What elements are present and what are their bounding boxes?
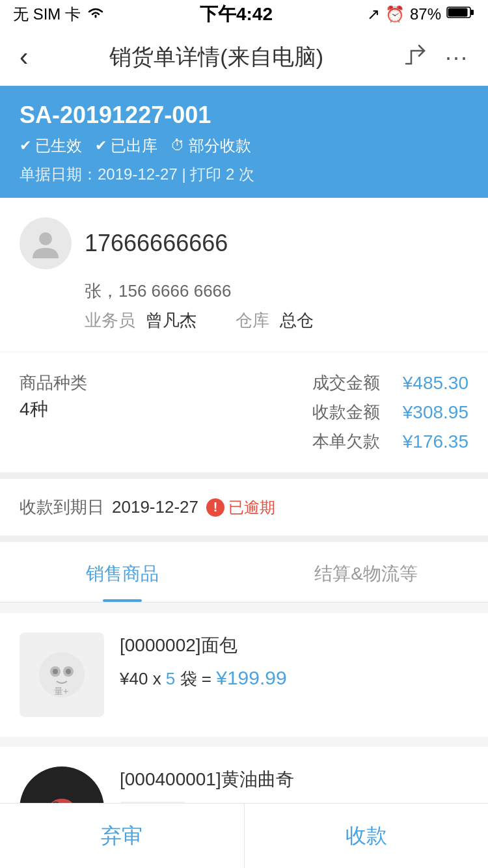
sales-info: 业务员 曾凡杰: [85, 309, 197, 332]
debt-amount-row: 本单欠款 ¥176.35: [312, 430, 468, 453]
due-section: 收款到期日 2019-12-27 ! 已逾期: [0, 479, 488, 542]
page-title: 销货单详情(来自电脑): [109, 42, 323, 72]
customer-row: 17666666666: [20, 217, 468, 269]
bottom-bar: 弃审 收款: [0, 803, 488, 868]
stats-section: 商品种类 4种 成交金额 ¥485.30 收款金额 ¥308.95 本单欠款 ¥…: [0, 352, 488, 479]
sales-label: 业务员: [85, 309, 135, 332]
svg-text:量+: 量+: [54, 686, 68, 696]
debt-amount-value: ¥176.35: [390, 431, 468, 452]
sim-status: 无 SIM 卡: [13, 4, 81, 25]
badge-effective: ✔ 已生效: [20, 135, 82, 156]
svg-rect-1: [470, 10, 474, 15]
due-date: 2019-12-27: [112, 497, 198, 517]
back-button[interactable]: ‹: [20, 42, 28, 72]
overdue-text: 已逾期: [228, 497, 275, 518]
product-info-1: [0000002]面包 ¥40 x 5 袋 = ¥199.99: [120, 632, 468, 690]
receipt-amount-row: 收款金额 ¥308.95: [312, 401, 468, 424]
receipt-amount-value: ¥308.95: [390, 402, 468, 423]
collect-button[interactable]: 收款: [245, 804, 489, 868]
product-price-1: ¥40 x 5 袋 = ¥199.99: [120, 667, 468, 690]
order-id: SA-20191227-001: [20, 102, 468, 129]
stats-right: 成交金额 ¥485.30 收款金额 ¥308.95 本单欠款 ¥176.35: [312, 372, 468, 453]
deal-amount-row: 成交金额 ¥485.30: [312, 372, 468, 394]
product-item-1: 量+ [0000002]面包 ¥40 x 5 袋 = ¥199.99: [0, 613, 488, 737]
badge-partial-payment: ⏱ 部分收款: [170, 135, 251, 156]
clock-icon: ⏱: [170, 137, 185, 154]
tab-settlement[interactable]: 结算&物流等: [244, 542, 488, 602]
svg-rect-2: [448, 8, 467, 17]
product-qty-1: 5: [166, 669, 175, 688]
badge-shipped: ✔ 已出库: [95, 135, 157, 156]
product-type-value: 4种: [20, 397, 87, 422]
svg-point-3: [39, 232, 52, 245]
stats-left: 商品种类 4种: [20, 372, 87, 422]
status-left: 无 SIM 卡: [13, 4, 105, 25]
warehouse-name: 总仓: [280, 309, 314, 332]
debt-amount-label: 本单欠款: [312, 430, 380, 453]
location-icon: ↗: [367, 5, 380, 23]
avatar: [20, 217, 72, 269]
tabs-section: 销售商品 结算&物流等: [0, 542, 488, 603]
customer-meta: 业务员 曾凡杰 仓库 总仓: [20, 309, 468, 332]
warehouse-info: 仓库 总仓: [236, 309, 314, 332]
order-badges: ✔ 已生效 ✔ 已出库 ⏱ 部分收款: [20, 135, 468, 156]
order-date: 单据日期：2019-12-27 | 打印 2 次: [20, 164, 468, 185]
nav-bar: ‹ 销货单详情(来自电脑) ···: [0, 29, 488, 86]
check-icon-2: ✔: [95, 137, 107, 154]
nav-right: ···: [405, 44, 468, 71]
more-icon[interactable]: ···: [445, 44, 468, 71]
warehouse-label: 仓库: [236, 309, 269, 332]
customer-phone: 17666666666: [85, 230, 228, 257]
product-name-1: [0000002]面包: [120, 632, 468, 658]
customer-name-detail: 张，156 6666 6666: [20, 280, 468, 303]
share-icon[interactable]: [405, 44, 426, 70]
product-image-1: 量+: [20, 632, 104, 717]
battery-icon: [446, 5, 475, 23]
status-right: ↗ ⏰ 87%: [367, 5, 475, 23]
customer-section: 17666666666 张，156 6666 6666 业务员 曾凡杰 仓库 总…: [0, 198, 488, 352]
receipt-amount-label: 收款金额: [312, 401, 380, 424]
wifi-icon: [86, 5, 105, 23]
sales-name: 曾凡杰: [146, 309, 197, 332]
overdue-badge: ! 已逾期: [206, 497, 275, 518]
time-display: 下午4:42: [200, 2, 273, 27]
overdue-icon: !: [206, 498, 224, 517]
due-label: 收款到期日: [20, 496, 104, 519]
deal-amount-label: 成交金额: [312, 372, 380, 394]
check-icon-1: ✔: [20, 137, 31, 154]
product-name-2: [000400001]黄油曲奇: [120, 766, 468, 792]
product-total-1: ¥199.99: [216, 667, 286, 688]
svg-point-7: [53, 669, 58, 674]
status-bar: 无 SIM 卡 下午4:42 ↗ ⏰ 87%: [0, 0, 488, 29]
alarm-icon: ⏰: [385, 5, 405, 23]
product-type-label: 商品种类: [20, 372, 87, 394]
tab-sales-products[interactable]: 销售商品: [0, 542, 244, 602]
battery-level: 87%: [410, 5, 441, 23]
svg-point-8: [66, 669, 71, 674]
order-header: SA-20191227-001 ✔ 已生效 ✔ 已出库 ⏱ 部分收款 单据日期：…: [0, 86, 488, 198]
abandon-button[interactable]: 弃审: [0, 804, 245, 868]
deal-amount-value: ¥485.30: [390, 373, 468, 394]
